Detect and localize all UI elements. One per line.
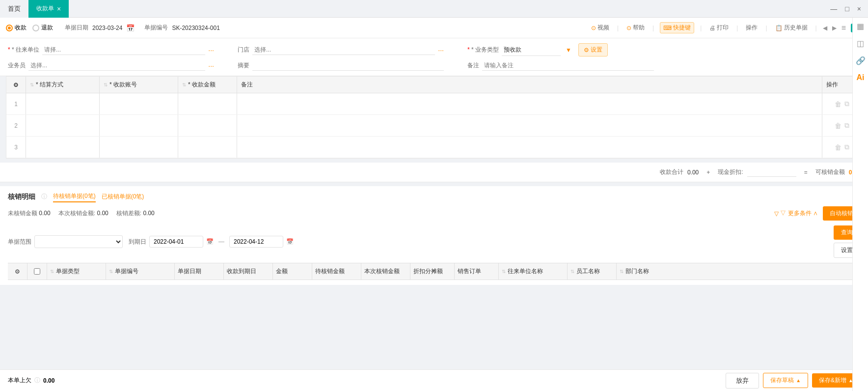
- minimize-btn[interactable]: —: [827, 4, 840, 14]
- settings-button[interactable]: ⚙ 设置: [578, 43, 608, 56]
- td-beizhu-1[interactable]: [237, 93, 822, 114]
- summary-row: 收款合计 0.00 + 现金折扣: = 可核销金额 0.00: [0, 163, 868, 182]
- nav-right-icon[interactable]: ▶: [832, 25, 837, 31]
- td-shoukuan-2[interactable]: [100, 115, 178, 136]
- range-select[interactable]: [34, 235, 123, 248]
- help-btn[interactable]: ⊙ 帮助: [624, 23, 647, 33]
- copy-icon-2[interactable]: ⧉: [844, 121, 849, 130]
- bottom-th-amount: 金额: [273, 263, 312, 279]
- delete-icon-3[interactable]: 🗑: [835, 143, 841, 151]
- tab-bar: 首页 收款单 × — □ ×: [0, 0, 868, 18]
- print-btn[interactable]: 🖨 打印: [707, 23, 731, 33]
- row-index-3: 3: [6, 137, 26, 158]
- tab-done[interactable]: 已核销单据(0笔): [102, 192, 144, 202]
- history-btn[interactable]: 📋 历史单据: [773, 23, 810, 33]
- date-value: 2023-03-24: [92, 25, 122, 31]
- help-label: 帮助: [633, 24, 645, 32]
- partner-input[interactable]: [42, 45, 205, 55]
- top-toolbar: 收款 退款 单据日期 2023-03-24 📅 单据编号 SK-20230324…: [0, 18, 868, 38]
- bottom-th-gear[interactable]: ⚙: [8, 263, 27, 279]
- sort-icon: ⇅: [182, 82, 186, 87]
- gear-icon: ⚙: [584, 47, 589, 54]
- ai-button[interactable]: Ai: [857, 73, 865, 82]
- sidebar-icon-3[interactable]: 🔗: [856, 56, 866, 65]
- operation-btn[interactable]: 操作: [744, 23, 760, 33]
- table-row: 3 🗑 ⧉: [6, 137, 862, 158]
- sidebar-icon-2[interactable]: ◫: [857, 39, 864, 48]
- bottom-th-pay-date: 收款到期日: [224, 263, 273, 279]
- delete-icon-2[interactable]: 🗑: [835, 122, 841, 130]
- td-beizhu-3[interactable]: [237, 137, 822, 158]
- summary-input[interactable]: [252, 60, 444, 71]
- more-filter-btn[interactable]: ▽ ▽ 更多条件 ∧: [774, 209, 818, 218]
- bottom-th-order: 销售订单: [455, 263, 499, 279]
- note-input[interactable]: [482, 60, 654, 71]
- store-input[interactable]: [252, 45, 435, 55]
- video-btn[interactable]: ⊙ 视频: [589, 23, 611, 33]
- shortcut-btn[interactable]: ⌨ 快捷键: [660, 22, 694, 33]
- biz-type-select[interactable]: 预收款: [502, 44, 561, 56]
- abandon-btn[interactable]: 放弃: [726, 373, 759, 389]
- delete-icon-1[interactable]: 🗑: [835, 100, 841, 108]
- divider3: |: [700, 25, 702, 31]
- bottom-th-type: ⇅ 单据类型: [47, 263, 106, 279]
- biz-type-dropdown-icon[interactable]: ▼: [566, 47, 571, 54]
- num-value: SK-20230324-001: [172, 25, 219, 31]
- date-end-input[interactable]: [229, 236, 283, 248]
- staff-input[interactable]: [28, 60, 205, 71]
- radio-shoukuan[interactable]: 收款: [6, 24, 27, 32]
- th-shoukuan: ⇅ * 收款账号: [100, 77, 178, 93]
- tab-active-label: 收款单: [36, 4, 54, 13]
- tab-close-icon[interactable]: ×: [57, 5, 61, 13]
- close-btn[interactable]: ×: [854, 4, 864, 14]
- range-field: 单据范围: [8, 235, 123, 248]
- staff-more-icon[interactable]: ···: [208, 62, 214, 70]
- bottom-th-check[interactable]: [27, 263, 47, 279]
- td-jiesuan-3[interactable]: [26, 137, 100, 158]
- filter-left: 单据范围 到期日 📅 — 📅: [8, 235, 294, 248]
- select-all-checkbox[interactable]: [34, 268, 40, 275]
- date-start-icon[interactable]: 📅: [206, 238, 214, 245]
- partner-more-icon[interactable]: ···: [208, 46, 214, 54]
- list-icon[interactable]: ≡: [841, 24, 846, 32]
- history-icon: 📋: [775, 25, 783, 31]
- td-beizhu-2[interactable]: [237, 115, 822, 136]
- table-row: 1 🗑 ⧉: [6, 93, 862, 115]
- maximize-btn[interactable]: □: [842, 4, 852, 14]
- copy-icon-3[interactable]: ⧉: [844, 143, 849, 151]
- filter-icon: ▽: [774, 210, 779, 217]
- td-shoukuan-3[interactable]: [100, 137, 178, 158]
- td-jiesuan-2[interactable]: [26, 115, 100, 136]
- date-start-input[interactable]: [149, 236, 203, 248]
- td-jine-1[interactable]: [178, 93, 237, 114]
- help-icon: ⊙: [626, 25, 631, 31]
- staff-field: 业务员 ···: [8, 60, 214, 71]
- store-label: 门店: [238, 46, 249, 54]
- copy-icon-1[interactable]: ⧉: [844, 100, 849, 108]
- divider6: |: [815, 25, 817, 31]
- date-end-icon[interactable]: 📅: [286, 238, 294, 245]
- store-more-icon[interactable]: ···: [438, 46, 444, 54]
- equals-sign: =: [804, 169, 808, 176]
- radio-tuikuan[interactable]: 退款: [32, 24, 53, 32]
- tab-active[interactable]: 收款单 ×: [28, 0, 69, 18]
- th-jiesuan: ⇅ * 结算方式: [26, 77, 100, 93]
- discount-input[interactable]: [747, 168, 796, 177]
- footer-info-icon[interactable]: ⓘ: [34, 376, 40, 385]
- toolbar-right: ⊙ 视频 | ⊙ 帮助 | ⌨ 快捷键 | 🖨 打印 | 操作 | 📋 历史单据…: [589, 22, 862, 33]
- diff-value: 0.00: [143, 210, 154, 217]
- sort-icon: ⇅: [30, 82, 34, 87]
- verify-info-icon[interactable]: ⓘ: [41, 193, 47, 201]
- verify-header: 核销明细 ⓘ 待核销单据(0笔) 已核销单据(0笔): [8, 191, 860, 202]
- calendar-icon[interactable]: 📅: [126, 24, 135, 32]
- nav-left-icon[interactable]: ◀: [823, 25, 827, 31]
- tab-home[interactable]: 首页: [0, 0, 28, 18]
- td-jine-2[interactable]: [178, 115, 237, 136]
- tab-pending[interactable]: 待核销单据(0笔): [53, 191, 96, 202]
- sidebar-icon-1[interactable]: ▦: [857, 22, 864, 31]
- save-draft-btn[interactable]: 保存草稿 ▲: [763, 373, 808, 388]
- td-jine-3[interactable]: [178, 137, 237, 158]
- table-gear-icon[interactable]: ⚙: [6, 77, 26, 93]
- td-jiesuan-1[interactable]: [26, 93, 100, 114]
- td-shoukuan-1[interactable]: [100, 93, 178, 114]
